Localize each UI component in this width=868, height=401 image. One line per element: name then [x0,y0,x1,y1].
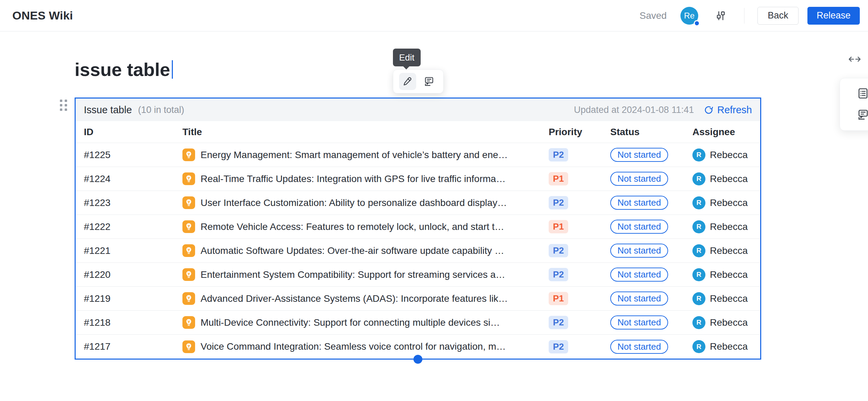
comment-icon [423,76,434,87]
assignee-cell: R Rebecca [692,244,752,257]
refresh-button[interactable]: Refresh [703,104,752,116]
assignee-avatar: R [692,220,705,233]
bulb-icon [182,244,195,257]
bulb-icon [182,172,195,185]
top-bar: ONES Wiki Saved Re Back Release [0,0,868,31]
status-badge: Not started [610,315,668,329]
issue-title: Advanced Driver-Assistance Systems (ADAS… [201,293,508,304]
bulb-icon [182,196,195,209]
outline-list-button[interactable] [850,87,868,100]
assignee-name: Rebecca [710,221,748,232]
tooltip-arrow [403,63,410,69]
top-bar-actions: Saved Re Back Release [640,7,860,25]
priority-badge: P2 [549,244,568,257]
status-badge: Not started [610,268,668,282]
issue-id: #1217 [84,341,182,352]
table-row[interactable]: #1224 Real-Time Traffic Updates: Integra… [76,167,760,191]
assignee-avatar: R [692,340,705,353]
outline-list-icon [857,87,868,100]
divider [744,8,744,24]
priority-badge: P2 [549,148,568,161]
table-header-row: ID Title Priority Status Assignee [76,121,760,143]
drag-handle-icon[interactable] [60,100,67,111]
assignee-name: Rebecca [710,341,748,352]
issue-id: #1221 [84,245,182,256]
priority-badge: P1 [549,220,568,233]
expand-width-button[interactable] [848,55,861,64]
sliders-icon[interactable] [715,10,727,22]
arrows-horizontal-icon [848,55,861,64]
resize-handle[interactable] [413,355,422,364]
issue-id: #1225 [84,150,182,160]
assignee-cell: R Rebecca [692,340,752,353]
bulb-icon [182,220,195,233]
status-badge: Not started [610,292,668,306]
app-title: ONES Wiki [12,9,73,22]
refresh-label: Refresh [717,104,752,116]
bulb-icon [182,316,195,329]
comment-icon [857,108,868,121]
table-row[interactable]: #1223 User Interface Customization: Abil… [76,191,760,215]
column-header-id: ID [84,127,182,138]
status-badge: Not started [610,148,668,162]
assignee-name: Rebecca [710,317,748,328]
edit-button[interactable] [399,73,416,90]
avatar-initials: Re [684,11,695,21]
table-row[interactable]: #1220 Entertainment System Compatibility… [76,263,760,287]
pencil-icon [402,76,413,87]
page-title-text: issue table [75,59,170,80]
save-status: Saved [640,10,667,21]
assignee-cell: R Rebecca [692,148,752,161]
column-header-priority: Priority [549,127,610,138]
issue-title: User Interface Customization: Ability to… [201,197,507,208]
table-row[interactable]: #1219 Advanced Driver-Assistance Systems… [76,287,760,311]
assignee-cell: R Rebecca [692,172,752,185]
status-badge: Not started [610,196,668,210]
block-header: Issue table (10 in total) Updated at 202… [76,99,760,121]
issue-table-block[interactable]: Issue table (10 in total) Updated at 202… [75,98,761,360]
table-body: #1225 Energy Management: Smart managemen… [76,143,760,359]
comments-panel-button[interactable] [850,108,868,121]
assignee-cell: R Rebecca [692,316,752,329]
issue-title: Voice Command Integration: Seamless voic… [201,341,506,352]
bulb-icon [182,292,195,305]
updated-timestamp: Updated at 2024-01-08 11:41 [574,105,694,115]
bulb-icon [182,340,195,353]
assignee-name: Rebecca [710,173,748,184]
issue-id: #1220 [84,269,182,280]
issue-title: Real-Time Traffic Updates: Integration w… [201,173,506,184]
assignee-avatar: R [692,148,705,161]
status-badge: Not started [610,340,668,354]
priority-badge: P2 [549,268,568,281]
assignee-avatar: R [692,172,705,185]
issue-title: Energy Management: Smart management of v… [201,150,508,160]
priority-badge: P2 [549,316,568,329]
assignee-avatar: R [692,196,705,209]
priority-badge: P2 [549,340,568,353]
bulb-icon [182,268,195,281]
table-row[interactable]: #1222 Remote Vehicle Access: Features to… [76,215,760,239]
assignee-avatar: R [692,292,705,305]
assignee-avatar: R [692,244,705,257]
issue-title: Remote Vehicle Access: Features to remot… [201,221,504,232]
column-header-assignee: Assignee [692,127,752,138]
assignee-cell: R Rebecca [692,220,752,233]
table-row[interactable]: #1221 Automatic Software Updates: Over-t… [76,239,760,263]
assignee-name: Rebecca [710,150,748,160]
edit-tooltip-label: Edit [399,52,414,63]
refresh-icon [703,105,714,115]
column-header-title: Title [182,127,549,138]
issue-id: #1223 [84,197,182,208]
assignee-avatar: R [692,268,705,281]
table-row[interactable]: #1218 Multi-Device Connectivity: Support… [76,311,760,335]
comment-button[interactable] [420,73,437,90]
back-button[interactable]: Back [757,7,799,25]
user-avatar[interactable]: Re [680,7,698,25]
text-cursor [172,60,173,79]
release-button[interactable]: Release [807,7,860,25]
assignee-cell: R Rebecca [692,268,752,281]
status-badge: Not started [610,220,668,234]
table-row[interactable]: #1225 Energy Management: Smart managemen… [76,143,760,167]
block-toolbar [393,69,444,93]
page-title[interactable]: issue table [75,59,173,80]
